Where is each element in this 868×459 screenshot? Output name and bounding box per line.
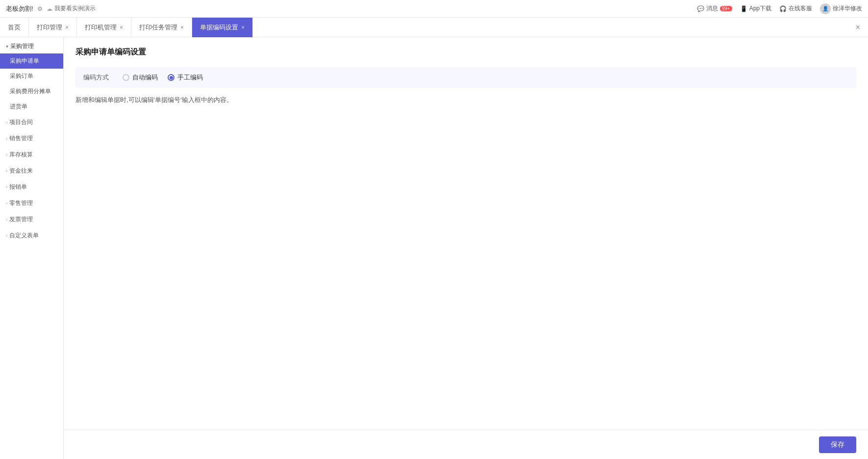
sidebar-purchase-request-label: 采购申请单	[10, 57, 39, 64]
sidebar-item-custom-forms[interactable]: › 自定义表单	[0, 228, 63, 244]
tab-print-task-mgmt[interactable]: 打印任务管理 ×	[131, 18, 192, 37]
manual-encoding-radio[interactable]: 手工编码	[168, 73, 203, 82]
purchase-arrow-icon: ▾	[6, 44, 8, 49]
finance-arrow-icon: ›	[6, 168, 7, 174]
sidebar-item-stock-in[interactable]: 进货单	[0, 99, 63, 114]
sidebar-custom-forms-label: 自定义表单	[9, 231, 39, 240]
tab-barcode-settings[interactable]: 单据编码设置 ×	[192, 18, 253, 37]
tab-home[interactable]: 首页	[0, 18, 29, 37]
manual-encoding-label: 手工编码	[177, 73, 203, 82]
sidebar-section-purchase-header[interactable]: ▾ 采购管理	[0, 37, 63, 53]
messages-button[interactable]: 💬 消息 99+	[697, 4, 732, 13]
tab-bar-close-all[interactable]: ×	[848, 23, 868, 32]
phone-icon: 📱	[740, 5, 747, 12]
user-avatar: 👤	[820, 3, 831, 14]
content-main: 采购申请单编码设置 编码方式 自动编码 手工编码	[64, 37, 868, 430]
auto-encoding-circle	[123, 74, 129, 81]
app-download-label: App下载	[749, 4, 771, 13]
sales-mgmt-arrow-icon: ›	[6, 136, 7, 141]
tab-bar: 首页 打印管理 × 打印机管理 × 打印任务管理 × 单据编码设置 × ×	[0, 18, 868, 37]
sidebar: ▾ 采购管理 采购申请单 采购订单 采购费用分摊单 进货单 › 项目合同 › 销…	[0, 37, 64, 459]
custom-forms-arrow-icon: ›	[6, 233, 7, 238]
tab-print-task-mgmt-label: 打印任务管理	[139, 23, 177, 32]
tab-print-mgmt[interactable]: 打印管理 ×	[29, 18, 77, 37]
encoding-form: 编码方式 自动编码 手工编码 新增和编辑单据时,可以编辑'单据编号'输入框中的内…	[75, 67, 856, 104]
inventory-arrow-icon: ›	[6, 152, 7, 157]
retail-mgmt-arrow-icon: ›	[6, 201, 7, 206]
auto-encoding-label: 自动编码	[132, 73, 158, 82]
app-logo: 老板勿割!	[6, 4, 33, 13]
cloud-icon: ☁	[47, 5, 52, 12]
sidebar-invoice-mgmt-label: 发票管理	[9, 215, 33, 224]
sidebar-item-purchase-expense[interactable]: 采购费用分摊单	[0, 84, 63, 99]
sidebar-item-inventory[interactable]: › 库存核算	[0, 147, 63, 163]
tab-print-mgmt-close[interactable]: ×	[65, 24, 69, 31]
user-name: 徐泽华修改	[833, 4, 862, 13]
bottom-bar: 保存	[64, 430, 868, 459]
message-icon: 💬	[697, 5, 704, 12]
sidebar-item-purchase-request[interactable]: 采购申请单	[0, 53, 63, 69]
sidebar-purchase-expense-label: 采购费用分摊单	[10, 88, 51, 95]
sidebar-item-project-contract[interactable]: › 项目合同	[0, 114, 63, 130]
sidebar-finance-label: 资金往来	[9, 167, 33, 175]
encoding-label: 编码方式	[83, 73, 113, 82]
tab-printer-mgmt-close[interactable]: ×	[120, 24, 123, 31]
auto-encoding-radio[interactable]: 自动编码	[123, 73, 158, 82]
sidebar-item-finance[interactable]: › 资金往来	[0, 163, 63, 179]
app-download-button[interactable]: 📱 App下载	[740, 4, 771, 13]
demo-text[interactable]: 我要看实例演示	[54, 4, 96, 13]
tab-printer-mgmt-label: 打印机管理	[85, 23, 117, 32]
sidebar-item-returns[interactable]: › 报销单	[0, 179, 63, 195]
demo-link[interactable]: ☁ 我要看实例演示	[47, 4, 96, 13]
sidebar-item-invoice-mgmt[interactable]: › 发票管理	[0, 211, 63, 228]
sidebar-returns-label: 报销单	[9, 183, 27, 191]
sidebar-project-contract-label: 项目合同	[9, 118, 33, 127]
returns-arrow-icon: ›	[6, 184, 7, 190]
messages-label: 消息	[706, 4, 718, 13]
tab-home-label: 首页	[8, 23, 21, 32]
save-button[interactable]: 保存	[819, 436, 856, 453]
tab-barcode-settings-close[interactable]: ×	[241, 24, 245, 31]
top-bar-right: 💬 消息 99+ 📱 App下载 🎧 在线客服 👤 徐泽华修改	[697, 3, 862, 14]
sidebar-item-retail-mgmt[interactable]: › 零售管理	[0, 195, 63, 211]
settings-icon[interactable]: ⚙	[37, 5, 43, 12]
online-service-button[interactable]: 🎧 在线客服	[779, 4, 812, 13]
invoice-mgmt-arrow-icon: ›	[6, 217, 7, 222]
manual-encoding-circle	[168, 74, 174, 81]
online-service-label: 在线客服	[789, 4, 812, 13]
encoding-row: 编码方式 自动编码 手工编码	[75, 67, 856, 88]
sidebar-item-purchase-order[interactable]: 采购订单	[0, 69, 63, 84]
top-bar: 老板勿割! ⚙ ☁ 我要看实例演示 💬 消息 99+ 📱 App下载 🎧 在线客…	[0, 0, 868, 18]
sidebar-sales-mgmt-label: 销售管理	[9, 134, 33, 143]
messages-badge: 99+	[720, 6, 732, 11]
encoding-hint: 新增和编辑单据时,可以编辑'单据编号'输入框中的内容。	[75, 96, 856, 104]
headset-icon: 🎧	[779, 5, 787, 12]
tab-print-task-mgmt-close[interactable]: ×	[180, 24, 184, 31]
tab-barcode-settings-label: 单据编码设置	[200, 23, 238, 32]
sidebar-stock-in-label: 进货单	[10, 103, 27, 110]
content-area: 采购申请单编码设置 编码方式 自动编码 手工编码	[64, 37, 868, 459]
main-layout: ▾ 采购管理 采购申请单 采购订单 采购费用分摊单 进货单 › 项目合同 › 销…	[0, 37, 868, 459]
sidebar-inventory-label: 库存核算	[9, 151, 33, 159]
sidebar-item-sales-mgmt[interactable]: › 销售管理	[0, 130, 63, 147]
tab-printer-mgmt[interactable]: 打印机管理 ×	[77, 18, 131, 37]
page-title: 采购申请单编码设置	[75, 47, 856, 57]
user-menu[interactable]: 👤 徐泽华修改	[820, 3, 862, 14]
sidebar-purchase-order-label: 采购订单	[10, 73, 33, 79]
sidebar-retail-mgmt-label: 零售管理	[9, 199, 33, 207]
tab-print-mgmt-label: 打印管理	[37, 23, 62, 32]
sidebar-purchase-label: 采购管理	[10, 42, 34, 51]
project-contract-arrow-icon: ›	[6, 120, 7, 125]
top-bar-left: 老板勿割! ⚙ ☁ 我要看实例演示	[6, 4, 96, 13]
encoding-radio-group: 自动编码 手工编码	[123, 73, 203, 82]
sidebar-section-purchase: ▾ 采购管理 采购申请单 采购订单 采购费用分摊单 进货单	[0, 37, 63, 114]
